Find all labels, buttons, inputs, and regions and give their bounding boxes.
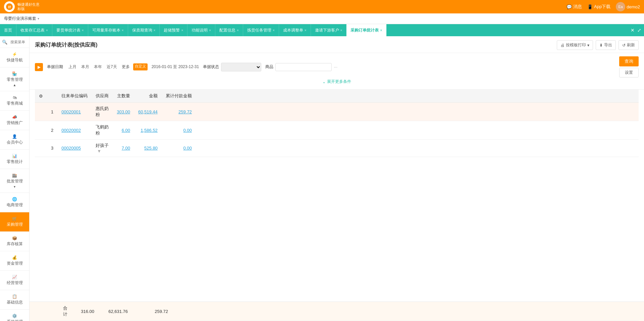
gear-icon[interactable]: ⚙ (39, 94, 43, 99)
sidebar: 🔍 ⚡ 快捷导航 🏪 零售管理 ▲ 🛍 零售商城 📣 营销推广 👤 会员中心 📊… (0, 36, 30, 321)
export-icon: ⬇ (599, 43, 603, 48)
sidebar-item-system-manage[interactable]: ⚙️ 系统管理 (0, 310, 29, 321)
sidebar-item-quick-nav[interactable]: ⚡ 快捷导航 (0, 48, 29, 67)
search-input[interactable] (9, 39, 27, 45)
row-gear-cell (35, 140, 47, 157)
row-qty: 7.00 (113, 140, 134, 157)
app-download-btn[interactable]: 📱 App下载 (587, 4, 610, 10)
sidebar-item-marketing[interactable]: 📣 营销推广 (0, 111, 29, 130)
sidebar-item-ecommerce-manage[interactable]: 🌐 电商管理 (0, 193, 29, 212)
close-icon[interactable]: × (380, 29, 382, 32)
total-qty: 316.00 (71, 302, 98, 321)
table-header-row: ⚙ 往来单位编码 供应商 主数量 金额 累计付款金额 (35, 90, 639, 103)
workspace-selector[interactable]: 母婴行业演示账套 ▾ (4, 16, 39, 21)
close-icon[interactable]: × (237, 29, 239, 32)
table-row: 3 00020005 好孩子 ▼ 7.00 525.80 (35, 140, 639, 157)
shortcut-7days[interactable]: 近7天 (105, 63, 118, 70)
marketing-icon: 📣 (12, 115, 17, 119)
query-button[interactable]: 查询 (619, 56, 639, 66)
retail-mall-icon: 🛍 (13, 95, 17, 100)
close-icon[interactable]: × (340, 29, 342, 32)
row-supplier: 好孩子 ▼ (92, 140, 113, 157)
close-icon[interactable]: × (82, 29, 84, 32)
message-btn[interactable]: 💬 消息 (567, 4, 582, 10)
status-filter-select[interactable] (221, 63, 261, 71)
column-supplier: 供应商 (92, 90, 113, 103)
close-icon[interactable]: × (46, 29, 48, 32)
more-fields-btn[interactable]: ··· (334, 64, 337, 69)
row-gear-cell (35, 121, 47, 140)
column-index (47, 90, 57, 103)
close-icon[interactable]: × (209, 29, 211, 32)
row-unit-code: 00020005 (57, 140, 92, 157)
sidebar-item-wholesale-manage[interactable]: 🏬 批发管理 ▾ (0, 169, 29, 193)
user-profile-btn[interactable]: Ea demo2 (616, 2, 640, 11)
tab-receive-send[interactable]: 收发存汇总表 × (16, 24, 52, 36)
retail-stats-icon: 📊 (12, 154, 17, 158)
sidebar-item-basic-info[interactable]: 📋 基础信息 (0, 290, 29, 310)
custom-date-badge[interactable]: 自定义 (133, 63, 148, 70)
close-icon[interactable]: × (181, 29, 183, 32)
sidebar-item-operation-manage[interactable]: 📈 经营管理 (0, 271, 29, 290)
tab-cost-adjust[interactable]: 成本调整单 × (279, 24, 311, 36)
search-icon: 🔍 (2, 40, 7, 45)
sidebar-item-inventory-check[interactable]: 📦 库存核算 (0, 232, 29, 251)
expand-more-conditions[interactable]: ⌄ 展开更多条件 (35, 77, 639, 86)
settings-button[interactable]: 设置 (619, 68, 639, 77)
tab-config-info[interactable]: 配置信息 × (215, 24, 243, 36)
goods-filter-input[interactable] (275, 63, 332, 71)
sidebar-item-retail-manage[interactable]: 🏪 零售管理 ▲ (0, 67, 29, 91)
table-row: 1 00020001 惠氏奶粉 303.00 60,519.44 (35, 103, 639, 121)
sidebar-item-member-center[interactable]: 👤 会员中心 (0, 130, 29, 150)
maximize-btn[interactable]: ⤢ (637, 28, 641, 33)
shortcut-this-month[interactable]: 本月 (80, 63, 91, 70)
expand-icon[interactable]: ▼ (97, 149, 101, 154)
tab-function-desc[interactable]: 功能说明 × (187, 24, 215, 36)
chevron-down-icon: ⌄ (322, 79, 326, 84)
tab-available-inventory[interactable]: 可用量库存账本 × (88, 24, 128, 36)
column-spacer (196, 90, 639, 103)
export-button[interactable]: ⬇ 导出 (596, 40, 616, 50)
tab-invite-customer[interactable]: 邀请下游客户 × (311, 24, 347, 36)
sidebar-item-retail-mall[interactable]: 🛍 零售商城 (0, 91, 29, 111)
nav-tabs: 首页 收发存汇总表 × 要货单统计表 × 可用量库存账本 × 保质期查询 × 超… (0, 24, 644, 36)
shortcut-this-year[interactable]: 本年 (93, 63, 103, 70)
print-button[interactable]: 🖨 按模板打印 ▾ (557, 40, 593, 50)
unit-code-link[interactable]: 00020002 (61, 128, 81, 133)
row-paid: 259.72 (162, 103, 196, 121)
status-filter-label: 单据状态 (203, 64, 219, 70)
shortcut-last-month[interactable]: 上月 (67, 63, 78, 70)
shortcut-more[interactable]: 更多 (120, 63, 131, 70)
tab-purchase-order-summary[interactable]: 采购订单统计表 × (346, 24, 386, 36)
tab-purchase-summary[interactable]: 要货单统计表 × (52, 24, 88, 36)
workspace-name: 母婴行业演示账套 (4, 16, 36, 21)
close-icon[interactable]: × (154, 29, 156, 32)
close-icon[interactable]: × (122, 29, 124, 32)
tab-picking-task[interactable]: 拣货任务管理 × (243, 24, 279, 36)
total-label: 合计 (59, 302, 71, 321)
tab-home[interactable]: 首页 (0, 24, 16, 36)
tab-overstock-warning[interactable]: 超储预警 × (160, 24, 187, 36)
unit-code-link[interactable]: 00020005 (61, 146, 81, 151)
top-bar: 好 畅捷通好生意 标版 💬 消息 📱 App下载 Ea demo2 (0, 0, 644, 13)
unit-code-link[interactable]: 00020001 (61, 109, 81, 114)
goods-filter-field: 商品 ··· (265, 63, 337, 71)
goods-filter-label: 商品 (265, 64, 273, 70)
table-row: 2 00020002 飞鹤奶粉 6.00 1,586.52 (35, 121, 639, 140)
sidebar-item-purchase-manage[interactable]: 🛒 采购管理 (0, 212, 29, 232)
filter-toggle-btn[interactable]: ▶ (35, 63, 43, 71)
sidebar-item-fund-manage[interactable]: 💰 资金管理 (0, 251, 29, 271)
main-layout: 🔍 ⚡ 快捷导航 🏪 零售管理 ▲ 🛍 零售商城 📣 营销推广 👤 会员中心 📊… (0, 36, 644, 321)
chevron-down-icon: ▲ (13, 83, 16, 87)
close-icon[interactable]: × (273, 29, 275, 32)
sidebar-item-retail-stats[interactable]: 📊 零售统计 (0, 150, 29, 169)
retail-manage-icon: 🏪 (12, 71, 17, 76)
close-icon[interactable]: × (305, 29, 307, 32)
status-filter-field: 单据状态 (203, 63, 261, 71)
quick-nav-icon: ⚡ (12, 52, 17, 57)
date-shortcuts: 上月 本月 本年 近7天 更多 自定义 (67, 63, 148, 70)
row-supplier: 惠氏奶粉 (92, 103, 113, 121)
refresh-button[interactable]: ↺ 刷新 (619, 40, 639, 50)
close-all-tabs-btn[interactable]: ✕ (631, 28, 635, 33)
tab-validity-query[interactable]: 保质期查询 × (128, 24, 160, 36)
